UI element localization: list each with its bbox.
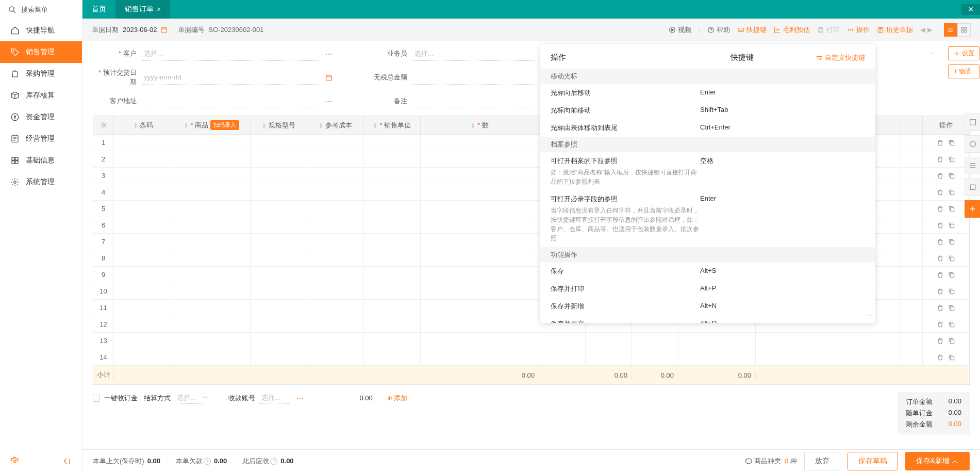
custom-shortcut-link[interactable]: 自定义快捷键	[816, 53, 865, 62]
delete-icon[interactable]	[937, 188, 944, 197]
view-toggle[interactable]	[944, 23, 971, 37]
delete-icon[interactable]	[937, 353, 944, 362]
nav-purchase[interactable]: 采购管理	[0, 63, 82, 85]
add-button[interactable]: ⊕ 添加	[387, 394, 408, 403]
copy-icon[interactable]	[948, 221, 955, 230]
delete-icon[interactable]	[937, 271, 944, 279]
table-row[interactable]: 13	[93, 333, 969, 349]
delete-icon[interactable]	[937, 304, 944, 312]
help-link[interactable]: 帮助	[707, 25, 730, 35]
th-spec[interactable]: ▲▼规格型号	[251, 116, 307, 134]
calendar-icon[interactable]	[325, 73, 333, 82]
scan-badge[interactable]: 扫码录入	[210, 120, 239, 130]
copy-icon[interactable]	[948, 139, 955, 147]
discard-button[interactable]: 放弃	[804, 452, 840, 470]
tab-sales-order[interactable]: 销售订单 ×	[115, 0, 170, 19]
view-grid-icon[interactable]	[957, 23, 971, 37]
save-draft-button[interactable]: 保存草稿	[848, 452, 898, 470]
more-icon[interactable]: ···	[297, 394, 304, 402]
history-link[interactable]: 历史单据	[877, 25, 913, 35]
nav-system[interactable]: 系统管理	[0, 171, 82, 193]
shortcut-link[interactable]: 快捷键	[737, 25, 767, 35]
th-product[interactable]: ▲▼*商品扫码录入	[173, 116, 251, 134]
copy-icon[interactable]	[948, 254, 955, 263]
delete-icon[interactable]	[937, 238, 944, 246]
svg-rect-22	[965, 30, 967, 32]
copy-icon[interactable]	[948, 287, 955, 296]
more-icon[interactable]: ···	[325, 97, 333, 105]
nav-quick[interactable]: 快捷导航	[0, 20, 82, 41]
th-cost[interactable]: ▲▼参考成本	[307, 116, 364, 134]
copy-icon[interactable]	[948, 238, 955, 246]
sum-order-label: 订单金额	[906, 397, 933, 406]
sales-input[interactable]	[412, 46, 557, 61]
nav-inventory[interactable]: 库存核算	[0, 85, 82, 106]
delete-icon[interactable]	[937, 287, 944, 296]
calendar-icon[interactable]	[160, 26, 168, 34]
deposit-checkbox[interactable]	[93, 395, 100, 402]
table-row[interactable]: 14	[93, 349, 969, 366]
nav-fund[interactable]: 资金管理	[0, 106, 82, 128]
settings-button[interactable]: 设置	[948, 46, 980, 60]
delete-icon[interactable]	[937, 221, 944, 230]
settle-select[interactable]: 选择...	[175, 392, 205, 404]
delete-icon[interactable]	[937, 155, 944, 164]
copy-icon[interactable]	[948, 304, 955, 312]
close-all-icon[interactable]: ×	[961, 4, 980, 15]
rail-item-4[interactable]	[965, 178, 980, 196]
chevron-down-icon[interactable]: ﹀	[867, 313, 872, 320]
nav-basics[interactable]: 基础信息	[0, 150, 82, 171]
remark-input[interactable]	[412, 94, 557, 108]
copy-icon[interactable]	[948, 353, 955, 362]
doc-no-label: 单据编号	[178, 25, 205, 35]
delete-icon[interactable]	[937, 254, 944, 263]
copy-icon[interactable]	[948, 337, 955, 345]
doc-date-value[interactable]: 2023-06-02	[123, 26, 157, 34]
nav-sales[interactable]: 销售管理	[0, 41, 82, 63]
logistics-button[interactable]: + 物流	[948, 64, 980, 78]
total-input[interactable]	[412, 70, 557, 85]
pager[interactable]: ◀ ▶	[920, 26, 933, 34]
delete-icon[interactable]	[937, 205, 944, 213]
view-list-icon[interactable]	[944, 23, 957, 37]
delivery-input[interactable]	[142, 70, 322, 85]
more-icon[interactable]: ···	[325, 50, 333, 58]
pop-key: Ctrl+Enter	[700, 123, 730, 131]
collapse-icon[interactable]	[62, 457, 72, 466]
copy-icon[interactable]	[948, 155, 955, 164]
row-index: 6	[93, 217, 114, 233]
copy-icon[interactable]	[948, 320, 955, 329]
copy-icon[interactable]	[948, 271, 955, 279]
rail-item-1[interactable]	[965, 113, 980, 131]
th-barcode[interactable]: ▲▼条码	[114, 116, 173, 134]
video-link[interactable]: 视频	[669, 25, 691, 35]
help-icon[interactable]: ?	[270, 458, 277, 465]
chevron-down-icon[interactable]: ﹀	[929, 50, 936, 59]
rail-item-2[interactable]	[965, 135, 980, 153]
profit-link[interactable]: 毛利预估	[774, 25, 810, 35]
print-link[interactable]: 打印	[817, 25, 840, 35]
tab-home[interactable]: 首页	[82, 0, 115, 19]
search-menu[interactable]: 搜索菜单	[0, 0, 82, 20]
th-gear[interactable]	[93, 116, 114, 134]
th-unit[interactable]: ▲▼*销售单位	[364, 116, 421, 134]
nav-business[interactable]: 经营管理	[0, 128, 82, 150]
operate-link[interactable]: 操作	[847, 25, 870, 35]
addr-input[interactable]	[142, 94, 322, 108]
copy-icon[interactable]	[948, 205, 955, 213]
th-qty[interactable]: ▲▼*数	[421, 116, 539, 134]
copy-icon[interactable]	[948, 188, 955, 197]
settings-icon[interactable]	[10, 457, 20, 466]
delete-icon[interactable]	[937, 337, 944, 345]
delete-icon[interactable]	[937, 172, 944, 180]
copy-icon[interactable]	[948, 172, 955, 180]
close-icon[interactable]: ×	[157, 5, 161, 13]
customer-input[interactable]	[142, 46, 322, 61]
rail-item-active[interactable]	[965, 200, 980, 218]
account-select[interactable]: 选择...	[259, 392, 290, 404]
delete-icon[interactable]	[937, 320, 944, 329]
delete-icon[interactable]	[937, 139, 944, 147]
help-icon[interactable]: ?	[204, 458, 211, 465]
save-new-button[interactable]: 保存&新增 ︿	[905, 452, 970, 470]
rail-item-3[interactable]	[965, 157, 980, 174]
